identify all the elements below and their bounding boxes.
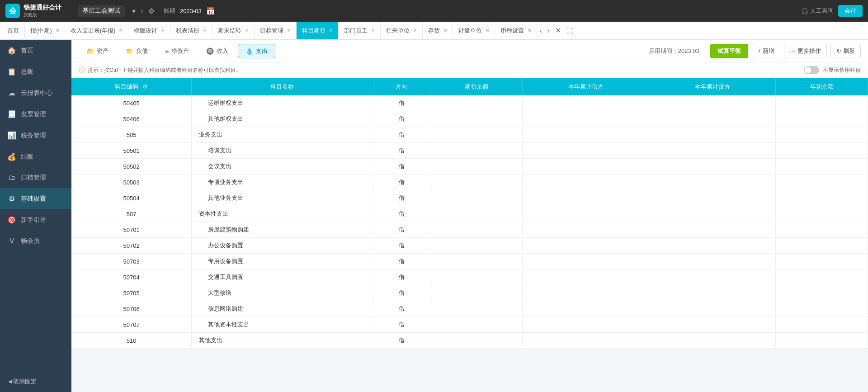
table-row[interactable]: 510 其他支出 借 [71, 333, 868, 349]
tab-nav-next[interactable]: › [545, 27, 552, 34]
tab-close-template[interactable]: ✕ [161, 28, 165, 33]
add-icon[interactable]: ＋ [138, 6, 146, 16]
table-row[interactable]: 50501 培训支出 借 [71, 143, 868, 159]
cell-direction: 借 [373, 111, 430, 127]
cell-ytd-credit [649, 175, 776, 190]
help-button[interactable]: 🎧 人工咨询 [801, 7, 834, 15]
tab-subject-init[interactable]: 科目期初✕ [297, 22, 339, 40]
tab-close-inventory[interactable]: ✕ [443, 28, 447, 33]
dropdown-icon[interactable]: ▾ [132, 7, 136, 15]
sub-tab-expenditure[interactable]: 💧 支出 [238, 44, 275, 58]
table-row[interactable]: 50405 运维维权支出 借 [71, 95, 868, 111]
company-name[interactable]: 基层工会测试 [78, 5, 125, 17]
sidebar-item-invoice[interactable]: 🧾 发票管理 [0, 104, 71, 125]
tab-period-end[interactable]: 期末结转✕ [212, 22, 255, 40]
tab-unit[interactable]: 计量单位✕ [453, 22, 495, 40]
table-row[interactable]: 50702 办公设备购置 借 [71, 238, 868, 254]
disable-toggle[interactable] [804, 66, 819, 74]
settings-icon[interactable]: ⚙ [148, 7, 155, 15]
more-button[interactable]: ⋯ 更多操作 [784, 44, 827, 58]
table-row[interactable]: 50706 信息网络购建 借 [71, 301, 868, 317]
table-row[interactable]: 507 资本性支出 借 [71, 206, 868, 222]
cell-ytd-debit [522, 95, 649, 111]
cell-code: 50706 [71, 301, 192, 317]
table-row[interactable]: 505 业务支出 借 [71, 127, 868, 143]
sidebar-item-tax[interactable]: 📊 税务管理 [0, 125, 71, 146]
table-row[interactable]: 50704 交通工具购置 借 [71, 269, 868, 285]
sidebar-item-member[interactable]: V 畅会员 [0, 231, 71, 251]
sub-tab-net-assets[interactable]: ≡ 净资产 [157, 44, 197, 58]
tab-close-period-end[interactable]: ✕ [245, 28, 249, 33]
tab-inventory[interactable]: 存货✕ [423, 22, 453, 40]
tab-dept-staff[interactable]: 部门员工✕ [339, 22, 381, 40]
tab-close-unit[interactable]: ✕ [486, 28, 489, 33]
header-name: 科目名称 [192, 78, 373, 95]
cell-ytd-credit [649, 317, 776, 333]
tab-close-report-mid[interactable]: ✕ [56, 28, 59, 33]
tab-nav-prev[interactable]: ‹ [537, 27, 545, 34]
sub-tab-liabilities[interactable]: 📁 负债 [118, 44, 156, 58]
cell-name: 房屋建筑物购建 [192, 222, 373, 238]
cell-ytd-credit [649, 111, 776, 127]
table-row[interactable]: 50707 其他资本性支出 借 [71, 317, 868, 333]
cell-name: 其他资本性支出 [192, 317, 373, 333]
settings-col-icon[interactable]: ⚙ [142, 83, 148, 90]
sidebar-item-cloud-reports[interactable]: ☁ 云报表中心 [0, 82, 71, 104]
period-value: 2023-03 [180, 8, 202, 14]
more-icon: ⋯ [790, 47, 796, 54]
sub-tab-income[interactable]: 🔘 收入 [198, 44, 236, 58]
tab-close-currency[interactable]: ✕ [528, 28, 531, 33]
cell-direction: 借 [373, 222, 430, 238]
tab-contacts[interactable]: 往来单位✕ [381, 22, 423, 40]
tab-close-all[interactable]: ✕ [552, 26, 564, 35]
cell-ytd-debit [522, 159, 649, 175]
tab-report-mid[interactable]: 报(中期)✕ [25, 22, 65, 40]
cell-ytd-debit [522, 269, 649, 285]
sidebar-item-guide[interactable]: 🎯 新手引导 [0, 209, 71, 231]
table-row[interactable]: 50406 其他维权支出 借 [71, 111, 868, 127]
cell-ytd-credit [649, 333, 776, 349]
tab-currency[interactable]: 币种设置✕ [495, 22, 537, 40]
cell-code: 50701 [71, 222, 192, 238]
tab-template[interactable]: 模版设计✕ [128, 22, 170, 40]
tab-home[interactable]: 首页 [2, 22, 25, 40]
sidebar-item-archive-mgmt[interactable]: 🗂 归档管理 [0, 167, 71, 188]
liabilities-icon: 📁 [126, 47, 133, 55]
cell-year-start [776, 238, 868, 254]
sidebar-item-home[interactable]: 🏠 首页 [0, 40, 71, 61]
tab-close-income-year[interactable]: ✕ [119, 28, 123, 33]
header-year-start-balance: 年初余额 [776, 78, 868, 95]
calendar-icon[interactable]: 📅 [206, 7, 215, 15]
cell-code: 50503 [71, 175, 192, 190]
tab-close-tax-list[interactable]: ✕ [203, 28, 207, 33]
cell-opening [430, 127, 523, 143]
tab-close-archive[interactable]: ✕ [287, 28, 291, 33]
account-button[interactable]: 会计 [838, 5, 863, 17]
balance-button[interactable]: 试算平衡 [710, 44, 748, 58]
sub-tab-assets[interactable]: 📁 资产 [79, 44, 116, 58]
tab-tax-list[interactable]: 税表清册✕ [170, 22, 212, 40]
table-row[interactable]: 50504 其他业务支出 借 [71, 190, 868, 206]
cell-opening [430, 238, 523, 254]
refresh-button[interactable]: ↻ 刷新 [830, 44, 861, 58]
sidebar-item-close-accounts[interactable]: 💰 结账 [0, 146, 71, 167]
table-row[interactable]: 50703 专用设备购置 借 [71, 254, 868, 269]
tab-close-contacts[interactable]: ✕ [413, 28, 417, 33]
tab-expand[interactable]: ⛶ [564, 27, 576, 34]
cell-ytd-debit [522, 143, 649, 159]
add-button[interactable]: + 新增 [752, 44, 780, 58]
cell-code: 510 [71, 333, 192, 349]
sidebar-item-ledger[interactable]: 📋 总账 [0, 61, 71, 82]
tab-archive[interactable]: 归档管理✕ [255, 22, 297, 40]
tab-close-dept[interactable]: ✕ [371, 28, 375, 33]
sidebar-item-basic-settings[interactable]: ⚙ 基础设置 [0, 188, 71, 209]
table-row[interactable]: 50503 专项业务支出 借 [71, 175, 868, 190]
sidebar-collapse-button[interactable]: ◄取消固定 [0, 371, 71, 392]
top-bar-actions: ▾ ＋ ⚙ [132, 6, 155, 16]
tab-income-year[interactable]: 收入支出表(年报)✕ [65, 22, 129, 40]
tab-close-subject[interactable]: ✕ [329, 28, 333, 33]
table-row[interactable]: 50701 房屋建筑物购建 借 [71, 222, 868, 238]
table-row[interactable]: 50502 会议支出 借 [71, 159, 868, 175]
home-icon: 🏠 [7, 46, 16, 55]
table-row[interactable]: 50705 大型修缮 借 [71, 285, 868, 301]
